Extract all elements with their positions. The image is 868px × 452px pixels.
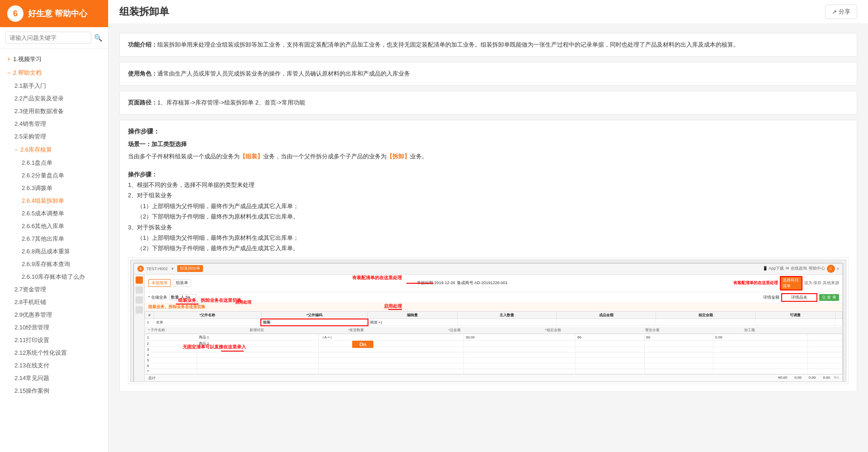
arrow-bom [406,283,434,284]
sidebar-item-in-other[interactable]: 2.6.6其他入库单 [0,220,108,233]
share-button[interactable]: ↗ 分享 [825,5,857,19]
path-block: 页面路径：1、库存核算->库存管理->组装拆卸单 2、首页->常用功能 [119,91,857,114]
sidebar-item-assemble[interactable]: 2.6.4组装拆卸单 [0,195,108,207]
sidebar-item-ops[interactable]: 2.10经营管理 [0,321,108,334]
path-text: 1、库存核算->库存管理->组装拆卸单 2、首页->常用功能 [157,99,305,106]
role-title: 使用角色： [128,70,157,77]
collapse-icon: − [7,70,10,76]
sidebar-item-coupon[interactable]: 2.9优惠券管理 [0,309,108,321]
sidebar-item-split-check[interactable]: 2.6.2分量盘点单 [0,169,108,182]
logo-bar: 6 好生意 帮助中心 [0,0,108,27]
sidebar: 6 好生意 帮助中心 🔍 + 1.视频学习 − 2.帮助文档 2.1新手入门 2… [0,0,108,452]
annotation-enable: 启用处理 [384,303,402,309]
search-bar: 🔍 [0,27,108,49]
on-label: On [352,341,373,348]
topbar: 组装拆卸单 ↗ 分享 [108,0,868,24]
sidebar-item-cases[interactable]: 2.15操作案例 [0,385,108,397]
sidebar-item-fund[interactable]: 2.7资金管理 [0,283,108,296]
screenshot-image: 6 TEST-H002 ▼ 组装拆卸单 📱 App下载✉ 在线咨询帮助中心 C … [130,260,846,382]
path-title: 页面路径： [128,99,157,106]
annotation-no-bom: 无固定清单可以直接在这里录入 [183,344,246,350]
arrow-switch [176,304,198,305]
sidebar-item-faq[interactable]: 2.14常见问题 [0,372,108,385]
logo-icon: 6 [7,5,24,22]
sidebar-item-inventory[interactable]: − 2.6库存核算 [0,143,108,157]
sidebar-item-docs[interactable]: − 2.帮助文档 [0,66,108,80]
search-icon[interactable]: 🔍 [94,34,103,42]
sidebar-item-video[interactable]: + 1.视频学习 [0,52,108,66]
sidebar-item-new[interactable]: 2.1新手入门 [0,80,108,92]
sidebar-item-account-err[interactable]: 2.6.10库存账本错了么办 [0,271,108,283]
sidebar-item-adjust[interactable]: 2.6.3调拨单 [0,182,108,195]
step3-2: （2）下部明细为子件明细，最终作为产成品生成其它入库单。 [128,243,849,253]
steps-heading: 操作步骤： [128,128,849,136]
step2-1: （1）上部明细为父件明细，最终作为产成品生成其它入库单； [128,201,849,211]
step2-2: （2）下部明细为子件明细，最终作为原材料生成其它出库单。 [128,211,849,222]
annotation-has-bom: 有装配清单的在这里处理 [352,275,402,281]
sidebar-item-purchase[interactable]: 2.5采购管理 [0,130,108,143]
share-icon: ↗ [832,9,837,15]
content-area: 功能介绍：组装拆卸单用来处理企业组装或拆卸等加工业务，支持有固定装配清单的产品加… [108,24,868,452]
sidebar-item-stock-check[interactable]: 2.6.9库存账本查询 [0,258,108,271]
scenario1-heading: 场景一：加工类型选择 [128,140,849,148]
screenshot-container: 6 TEST-H002 ▼ 组装拆卸单 📱 App下载✉ 在线咨询帮助中心 C … [128,257,849,384]
step3: 3、对于拆装业务 [128,222,849,233]
expand-icon: + [7,56,10,62]
sidebar-item-label: 2.6库存核算 [20,146,52,154]
sidebar-item-out-other[interactable]: 2.6.7其他出库单 [0,233,108,245]
sidebar-item-sales[interactable]: 2.4销售管理 [0,118,108,130]
intro-title: 功能介绍： [128,41,157,48]
steps-block: 操作步骤： 场景一：加工类型选择 当由多个子件材料组装成一个成品的业务为【组装】… [119,120,857,392]
logo-text: 好生意 帮助中心 [28,8,87,19]
sidebar-item-data[interactable]: 2.3使用前数据准备 [0,105,108,118]
arrow-enable [388,309,402,310]
sidebar-item-mobile[interactable]: 2.8手机旺铺 [0,296,108,309]
sidebar-item-custom[interactable]: 2.12系统个性化设置 [0,347,108,359]
scenario1-desc: 当由多个子件材料组装成一个成品的业务为【组装】业务，当由一个父件拆分成多个子产品… [128,151,849,162]
annotation-assemble-switch: 组装业务、拆卸业务在这里切换 [178,297,241,304]
sidebar-item-check[interactable]: 2.6.1盘点单 [0,157,108,169]
collapse-icon: − [14,147,18,153]
step3-1: （1）上部明细为父件明细，最终作为原材料生成其它出库单； [128,233,849,243]
role-block: 使用角色：通常由生产人员或库管人员完成拆装业务的操作，库管人员确认原材料的出库和… [119,62,857,86]
sub-steps-heading: 操作步骤： [128,169,849,180]
main-panel: 组装拆卸单 ↗ 分享 功能介绍：组装拆卸单用来处理企业组装或拆卸等加工业务，支持… [108,0,868,452]
search-input[interactable] [5,32,91,44]
sidebar-item-online-pay[interactable]: 2.13在线支付 [0,359,108,372]
sidebar-item-install[interactable]: 2.2产品安装及登录 [0,92,108,105]
sidebar-item-print[interactable]: 2.11打印设置 [0,334,108,347]
step1: 1、根据不同的业务，选择不同单据的类型来处理 [128,180,849,190]
page-title: 组装拆卸单 [119,5,169,19]
sidebar-item-cost-adj[interactable]: 2.6.5成本调整单 [0,207,108,220]
nav-tree: + 1.视频学习 − 2.帮助文档 2.1新手入门 2.2产品安装及登录 2.3… [0,49,108,452]
sidebar-item-cost-recalc[interactable]: 2.6.8商品成本重算 [0,245,108,258]
intro-block: 功能介绍：组装拆卸单用来处理企业组装或拆卸等加工业务，支持有固定装配清单的产品加… [119,33,857,57]
role-text: 通常由生产人员或库管人员完成拆装业务的操作，库管人员确认原材料的出库和产成品的入… [157,70,410,77]
sidebar-item-label: 2.帮助文档 [13,69,42,77]
step2: 2、对于组装业务 [128,190,849,200]
sidebar-item-label: 1.视频学习 [13,55,42,63]
arrow-no-bom [221,351,244,352]
intro-text: 组装拆卸单用来处理企业组装或拆卸等加工业务，支持有固定装配清单的产品加工业务，也… [157,41,739,48]
